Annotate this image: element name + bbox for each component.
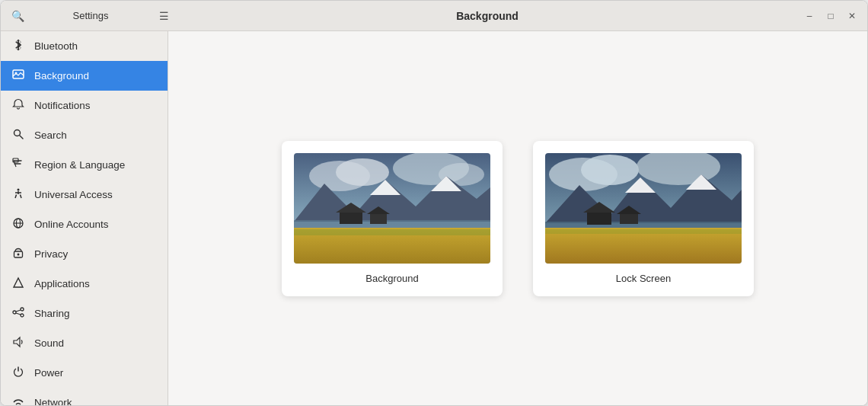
sidebar-item-label: Power (34, 367, 63, 379)
bluetooth-icon (11, 39, 25, 53)
sidebar-item-label: Sound (34, 337, 64, 349)
sidebar-item-sharing[interactable]: Sharing (1, 299, 168, 328)
sidebar-item-notifications[interactable]: Notifications (1, 91, 168, 120)
maximize-button[interactable]: □ (822, 7, 840, 25)
sidebar-item-label: Background (34, 70, 89, 82)
minimize-icon: – (807, 11, 812, 21)
titlebar-left: 🔍 Settings ☰ (7, 5, 174, 27)
region-icon (11, 158, 25, 172)
sidebar-item-universal-access[interactable]: Universal Access (1, 180, 168, 209)
svg-line-6 (20, 136, 23, 139)
settings-window: 🔍 Settings ☰ Background – □ ✕ (0, 0, 868, 406)
svg-point-24 (336, 158, 389, 186)
privacy-icon (11, 247, 25, 261)
sidebar-item-label: Bluetooth (34, 40, 78, 52)
sidebar-item-region-language[interactable]: Region & Language (1, 150, 168, 180)
svg-point-17 (21, 314, 24, 317)
lock-screen-image (545, 153, 742, 264)
notifications-icon (11, 98, 25, 113)
sidebar-item-label: Privacy (34, 248, 68, 260)
background-icon (11, 69, 25, 83)
svg-point-16 (21, 308, 24, 311)
sidebar-item-online-accounts[interactable]: Online Accounts (1, 209, 168, 239)
background-card-label: Background (365, 273, 418, 284)
svg-point-8 (18, 189, 20, 191)
sidebar-item-search[interactable]: Search (1, 120, 168, 150)
sidebar-item-applications[interactable]: Applications (1, 269, 168, 299)
online-accounts-icon (11, 217, 25, 232)
svg-point-5 (14, 130, 21, 136)
sidebar-item-label: Notifications (34, 100, 91, 111)
sound-icon (11, 336, 25, 350)
window-controls: – □ ✕ (800, 7, 861, 25)
sharing-icon (11, 306, 25, 321)
sidebar-item-label: Sharing (34, 308, 70, 319)
maximize-icon: □ (828, 11, 833, 21)
search-sidebar-icon (11, 128, 25, 142)
svg-line-19 (16, 313, 21, 315)
lock-screen-card[interactable]: Lock Screen (533, 141, 754, 296)
svg-rect-34 (370, 214, 387, 224)
sidebar-item-network[interactable]: Network (1, 388, 168, 405)
sidebar-item-bluetooth[interactable]: Bluetooth (1, 31, 168, 61)
search-icon: 🔍 (11, 10, 24, 22)
svg-rect-36 (294, 229, 490, 235)
sidebar-item-label: Network (34, 397, 72, 405)
background-image (294, 153, 490, 264)
titlebar-search-button[interactable]: 🔍 (7, 5, 28, 27)
svg-rect-46 (587, 213, 611, 225)
sidebar-item-label: Applications (34, 278, 90, 289)
sidebar-item-background[interactable]: Background (1, 61, 168, 91)
svg-marker-20 (14, 337, 20, 347)
titlebar: 🔍 Settings ☰ Background – □ ✕ (1, 1, 867, 31)
close-icon: ✕ (848, 11, 856, 21)
main-layout: Bluetooth Background (1, 31, 867, 405)
background-card[interactable]: Background (282, 141, 503, 296)
power-icon (11, 366, 25, 380)
minimize-button[interactable]: – (800, 7, 819, 25)
titlebar-menu-button[interactable]: ☰ (153, 5, 174, 27)
menu-icon: ☰ (159, 10, 169, 22)
svg-point-13 (18, 254, 20, 256)
svg-point-15 (13, 311, 16, 314)
content-area: Background (168, 31, 867, 405)
sidebar-item-label: Universal Access (34, 189, 113, 200)
sidebar-item-privacy[interactable]: Privacy (1, 239, 168, 269)
sidebar-item-sound[interactable]: Sound (1, 328, 168, 358)
svg-rect-32 (340, 213, 362, 224)
svg-line-18 (16, 310, 21, 312)
page-title: Background (174, 10, 800, 22)
sidebar-item-label: Search (34, 129, 67, 141)
app-name-label: Settings (33, 10, 148, 21)
sidebar-item-label: Region & Language (34, 159, 125, 171)
lock-screen-card-label: Lock Screen (616, 273, 671, 284)
applications-icon (11, 277, 25, 291)
close-button[interactable]: ✕ (843, 7, 861, 25)
sidebar-item-power[interactable]: Power (1, 358, 168, 388)
network-icon (11, 395, 25, 405)
sidebar: Bluetooth Background (1, 31, 168, 405)
sidebar-item-label: Online Accounts (34, 219, 109, 230)
svg-marker-14 (14, 278, 23, 287)
universal-access-icon (11, 187, 25, 202)
svg-rect-48 (620, 214, 638, 224)
svg-point-39 (581, 155, 639, 185)
svg-rect-50 (545, 229, 742, 234)
